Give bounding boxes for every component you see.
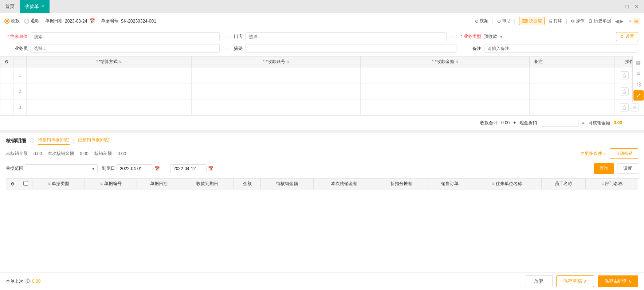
grid-layout-icon[interactable]: ⊞: [633, 18, 640, 24]
date-calendar-icon[interactable]: 📅: [89, 18, 95, 24]
tab-bar: 首页 收款单 ✕ — □ ✕: [0, 0, 644, 13]
number-value: SK-20230324-001: [121, 19, 156, 24]
counterpart-more-btn[interactable]: ···: [223, 34, 229, 39]
done-tab[interactable]: 已核销单据(0笔): [78, 137, 110, 145]
summary-row: 收款合计 0.00 + 现金折扣: = 可核销金额 0.00: [0, 115, 644, 130]
cash-discount-label: 现金折扣:: [519, 120, 538, 126]
store-section: 门店 ···: [232, 32, 456, 41]
section-separator: [0, 130, 644, 133]
business-type-dropdown[interactable]: ▾: [500, 34, 502, 39]
store-more-btn[interactable]: ···: [449, 34, 456, 39]
select-all-checkbox[interactable]: [23, 181, 28, 186]
collect-total-value: 0.00: [501, 120, 510, 125]
range-label: 单据范围: [6, 165, 23, 172]
receipt-table-body: 1 🗑 ⊕ 2: [0, 67, 644, 115]
right-table-icon[interactable]: ▦: [633, 58, 644, 68]
range-select[interactable]: ▾: [25, 164, 98, 173]
td-amount-1[interactable]: [361, 67, 530, 83]
td-note-2[interactable]: [529, 83, 614, 99]
receipt-radio[interactable]: 收款: [4, 18, 20, 24]
note-input[interactable]: [484, 44, 638, 53]
form-area: * 往来单位 ··· 门店 ··· * 业务类型 预收款 ▾ ⚙ 设置: [0, 29, 644, 56]
maximize-btn[interactable]: □: [624, 3, 630, 10]
save-new-chevron[interactable]: ∧: [628, 279, 632, 284]
td-account-3[interactable]: [192, 99, 361, 115]
td-settlement-1[interactable]: [27, 67, 192, 83]
close-btn[interactable]: ✕: [633, 3, 640, 10]
diff-label: 核销差额: [94, 150, 112, 157]
bottom-info: 本单上次 ⓘ 0.00: [6, 278, 40, 285]
td-amount-3[interactable]: [361, 99, 530, 115]
delete-icon-1[interactable]: 🗑: [620, 71, 629, 79]
td-settlement-2[interactable]: [27, 83, 192, 99]
save-new-btn[interactable]: 保存&新增 ∧: [598, 275, 638, 287]
td-settlement-3[interactable]: [27, 99, 192, 115]
help-btn[interactable]: ⊙ 帮助: [497, 18, 511, 24]
business-type-value: 预收款: [484, 34, 497, 40]
main-content: 收款 退款 单据日期 2023-03-24 📅 单据编号 SK-20230324…: [0, 13, 644, 290]
settings-button[interactable]: ⚙ 设置: [616, 32, 638, 41]
date-to-input[interactable]: [170, 164, 207, 173]
td-amount-2[interactable]: [361, 83, 530, 99]
tab-home[interactable]: 首页: [0, 0, 20, 13]
verify-section: 核销明细 ⓘ 待核销单据(0笔) | 已核销单据(0笔) 未核销金额 0.00 …: [0, 133, 644, 272]
date-from-input[interactable]: [117, 164, 153, 173]
td-note-3[interactable]: [529, 99, 614, 115]
nav-prev[interactable]: ◀: [615, 18, 619, 24]
verify-settings-btn[interactable]: 设置: [617, 163, 638, 174]
pending-tab[interactable]: 待核销单据(0笔): [38, 137, 70, 145]
history-icon: 🗒: [588, 19, 593, 24]
vth-check[interactable]: [19, 179, 32, 189]
save-draft-btn[interactable]: 保存草稿 ∧: [556, 275, 594, 287]
history-label: 历史单据: [594, 18, 611, 24]
shortcut-btn[interactable]: ⌨ 快捷键: [519, 17, 545, 25]
store-input[interactable]: [246, 32, 446, 41]
list-layout-icon[interactable]: ≡: [629, 18, 632, 24]
td-account-1[interactable]: [192, 67, 361, 83]
copy-icon-3[interactable]: ⊕: [631, 103, 639, 111]
right-link-icon[interactable]: ⛓: [633, 79, 644, 90]
verify-info-icon[interactable]: ⓘ: [30, 138, 34, 144]
query-btn[interactable]: 查询: [594, 163, 614, 174]
th-gear[interactable]: ⚙: [0, 56, 13, 67]
summary-input[interactable]: [246, 44, 456, 53]
tab-receipt-close[interactable]: ✕: [41, 4, 44, 9]
nav-next[interactable]: ▶: [620, 18, 624, 24]
salesperson-input[interactable]: [31, 44, 220, 53]
print-icon: 🖨: [548, 19, 553, 24]
delete-icon-3[interactable]: 🗑: [620, 103, 629, 111]
vth-type: ⇅ 单据类型: [32, 179, 85, 189]
td-note-1[interactable]: [529, 67, 614, 83]
bottom-info-icon[interactable]: ⓘ: [25, 278, 31, 284]
video-btn[interactable]: ⊙ 视频: [475, 18, 488, 24]
date-from-calendar-icon[interactable]: 📅: [154, 166, 160, 171]
operation-btn[interactable]: ⚙ 操作: [571, 18, 585, 24]
shortcut-label: 快捷键: [529, 18, 542, 24]
date-label: 单据日期: [45, 18, 63, 24]
print-btn[interactable]: 🖨 打印: [548, 18, 562, 24]
unverified-value: 0.00: [34, 151, 42, 156]
table-row: 1 🗑 ⊕: [0, 67, 644, 83]
delete-icon-2[interactable]: 🗑: [620, 87, 629, 95]
tab-receipt-label: 收款单: [25, 3, 39, 10]
right-doc-icon[interactable]: ≡: [633, 68, 644, 79]
tab-receipt[interactable]: 收款单 ✕: [20, 0, 50, 13]
refund-radio[interactable]: 退款: [24, 18, 39, 24]
history-btn[interactable]: 🗒 历史单据: [588, 18, 611, 24]
right-expand-icon[interactable]: ⤢: [633, 90, 644, 101]
verifiable-label: 可核销金额: [588, 120, 610, 126]
date-to-calendar-icon[interactable]: 📅: [208, 166, 213, 171]
minimize-btn[interactable]: —: [613, 3, 621, 10]
range-chevron: ▾: [92, 166, 94, 171]
vth-employee: 员工名称: [542, 179, 586, 189]
td-gear-3: [0, 99, 13, 115]
counterpart-input[interactable]: [31, 32, 220, 41]
more-conditions-btn[interactable]: ▽ 更多条件 ∧: [581, 150, 606, 157]
auto-verify-btn[interactable]: 自动核销: [610, 148, 638, 159]
save-draft-chevron[interactable]: ∧: [584, 279, 587, 284]
td-account-2[interactable]: [192, 83, 361, 99]
salesperson-more-btn[interactable]: ···: [223, 46, 229, 51]
cash-discount-input[interactable]: [542, 119, 578, 127]
vth-gear[interactable]: ⚙: [6, 179, 19, 189]
abandon-btn[interactable]: 放弃: [525, 275, 553, 287]
